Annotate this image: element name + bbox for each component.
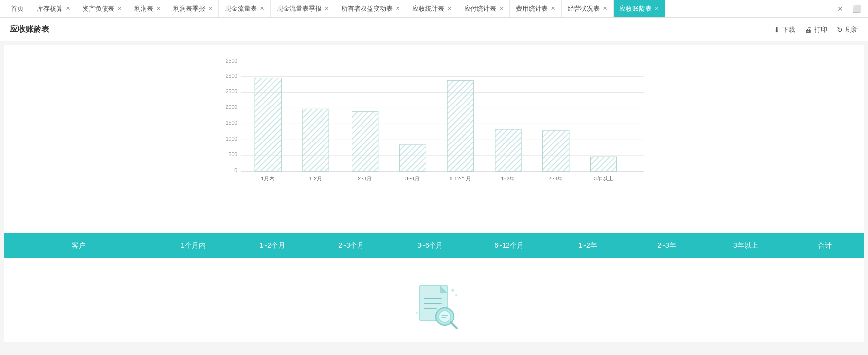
tab-profit-quarter-close[interactable]: ✕ — [208, 5, 213, 12]
tab-equity[interactable]: 所有者权益变动表 ✕ — [335, 0, 406, 18]
tab-cash-flow-quarter-close[interactable]: ✕ — [325, 5, 329, 12]
empty-icon — [409, 278, 459, 327]
svg-text:6-12个月: 6-12个月 — [450, 176, 471, 181]
window-maximize-button[interactable]: ⬜ — [850, 3, 862, 15]
tab-balance-sheet[interactable]: 资产负债表 ✕ — [76, 0, 128, 18]
tab-inventory-label: 库存核算 — [37, 4, 63, 13]
tab-receivable-stats-close[interactable]: ✕ — [447, 5, 452, 12]
svg-text:1月内: 1月内 — [261, 176, 275, 181]
svg-text:1-2月: 1-2月 — [309, 176, 322, 181]
window-close-button[interactable]: ✕ — [834, 3, 846, 15]
tab-operations-label: 经营状况表 — [568, 4, 600, 13]
page-title: 应收账龄表 — [10, 24, 49, 35]
empty-state — [4, 258, 864, 342]
bar-chart: 2500 2500 2500 2000 1500 1000 500 0 — [212, 55, 656, 203]
svg-rect-25 — [590, 157, 616, 171]
tab-operations-close[interactable]: ✕ — [603, 5, 607, 12]
tab-receivable-stats[interactable]: 应收统计表 ✕ — [406, 0, 458, 18]
tab-balance-sheet-label: 资产负债表 — [82, 4, 114, 13]
tab-window-controls: ✕ ⬜ — [834, 3, 864, 15]
tab-profit-quarter[interactable]: 利润表季报 ✕ — [167, 0, 219, 18]
tab-home[interactable]: 首页 — [4, 0, 31, 18]
main-content: 2500 2500 2500 2000 1500 1000 500 0 — [4, 45, 864, 342]
tab-payable-stats[interactable]: 应付统计表 ✕ — [458, 0, 510, 18]
svg-rect-20 — [352, 111, 378, 171]
refresh-button[interactable]: ↻ 刷新 — [837, 25, 858, 34]
header-actions: ⬇ 下载 🖨 打印 ↻ 刷新 — [774, 25, 858, 34]
print-icon: 🖨 — [805, 26, 812, 34]
empty-illustration — [409, 278, 464, 332]
svg-text:3~6月: 3~6月 — [405, 176, 420, 181]
svg-point-44 — [451, 289, 454, 292]
th-3plus-years: 3年以上 — [706, 241, 785, 250]
tab-profit-loss-close[interactable]: ✕ — [156, 5, 161, 12]
svg-rect-23 — [495, 129, 521, 171]
chart-area: 2500 2500 2500 2000 1500 1000 500 0 — [4, 45, 864, 233]
svg-text:2~3月: 2~3月 — [358, 176, 372, 181]
th-1month: 1个月内 — [154, 241, 233, 250]
tab-equity-close[interactable]: ✕ — [396, 5, 400, 12]
tab-receivable-stats-label: 应收统计表 — [412, 4, 444, 13]
svg-point-45 — [455, 294, 457, 296]
tab-ar-aging[interactable]: 应收账龄表 ✕ — [614, 0, 665, 18]
svg-text:0: 0 — [234, 167, 237, 173]
tab-cash-flow-quarter[interactable]: 现金流量表季报 ✕ — [271, 0, 335, 18]
tab-profit-loss[interactable]: 利润表 ✕ — [128, 0, 167, 18]
tab-bar: 首页 库存核算 ✕ 资产负债表 ✕ 利润表 ✕ 利润表季报 ✕ 现金流量表 ✕ … — [0, 0, 868, 18]
th-1-2months: 1~2个月 — [233, 241, 312, 250]
th-customer: 客户 — [4, 241, 154, 250]
tab-operations[interactable]: 经营状况表 ✕ — [562, 0, 614, 18]
th-3-6months: 3~6个月 — [391, 241, 470, 250]
print-label: 打印 — [814, 25, 827, 34]
svg-text:1000: 1000 — [226, 136, 238, 142]
svg-text:1~2年: 1~2年 — [501, 176, 515, 181]
svg-text:2500: 2500 — [226, 88, 238, 94]
svg-text:3年以上: 3年以上 — [594, 176, 613, 181]
svg-rect-19 — [303, 109, 329, 171]
tab-profit-loss-label: 利润表 — [134, 4, 153, 13]
tab-profit-quarter-label: 利润表季报 — [173, 4, 205, 13]
page-header: 应收账龄表 ⬇ 下载 🖨 打印 ↻ 刷新 — [0, 18, 868, 41]
svg-rect-24 — [543, 131, 569, 171]
svg-text:2~3年: 2~3年 — [548, 176, 563, 181]
svg-text:2500: 2500 — [226, 58, 238, 64]
svg-text:1500: 1500 — [226, 120, 238, 126]
refresh-icon: ↻ — [837, 26, 843, 34]
svg-line-41 — [451, 322, 457, 328]
tab-ar-aging-close[interactable]: ✕ — [654, 5, 659, 12]
svg-point-46 — [416, 312, 418, 314]
tab-payable-stats-close[interactable]: ✕ — [499, 5, 504, 12]
tab-payable-stats-label: 应付统计表 — [464, 4, 496, 13]
tab-inventory[interactable]: 库存核算 ✕ — [31, 0, 76, 18]
svg-text:500: 500 — [229, 151, 238, 157]
home-tab-label: 首页 — [11, 4, 24, 13]
tab-cash-flow-quarter-label: 现金流量表季报 — [277, 4, 322, 13]
th-1-2years: 1~2年 — [548, 241, 627, 250]
table-header: 客户 1个月内 1~2个月 2~3个月 3~6个月 6~12个月 1~2年 2~… — [4, 233, 864, 258]
tab-cash-flow-label: 现金流量表 — [225, 4, 257, 13]
download-button[interactable]: ⬇ 下载 — [774, 25, 795, 34]
print-button[interactable]: 🖨 打印 — [805, 25, 827, 34]
tab-expense-stats[interactable]: 费用统计表 ✕ — [510, 0, 562, 18]
svg-rect-22 — [447, 80, 473, 171]
tab-inventory-close[interactable]: ✕ — [66, 5, 70, 12]
svg-rect-18 — [255, 78, 281, 171]
download-label: 下载 — [782, 25, 795, 34]
th-6-12months: 6~12个月 — [470, 241, 548, 250]
th-total: 合计 — [785, 241, 864, 250]
tab-balance-sheet-close[interactable]: ✕ — [117, 5, 122, 12]
tab-cash-flow-close[interactable]: ✕ — [260, 5, 264, 12]
svg-point-40 — [439, 311, 451, 322]
svg-rect-21 — [399, 145, 426, 171]
svg-text:2500: 2500 — [226, 73, 238, 79]
th-2-3months: 2~3个月 — [312, 241, 391, 250]
tab-cash-flow[interactable]: 现金流量表 ✕ — [219, 0, 271, 18]
tab-expense-stats-close[interactable]: ✕ — [551, 5, 555, 12]
tab-expense-stats-label: 费用统计表 — [516, 4, 548, 13]
tab-ar-aging-label: 应收账龄表 — [619, 4, 651, 13]
refresh-label: 刷新 — [845, 25, 858, 34]
svg-text:2000: 2000 — [226, 104, 238, 110]
download-icon: ⬇ — [774, 26, 780, 34]
tab-equity-label: 所有者权益变动表 — [341, 4, 393, 13]
th-2-3years: 2~3年 — [627, 241, 706, 250]
